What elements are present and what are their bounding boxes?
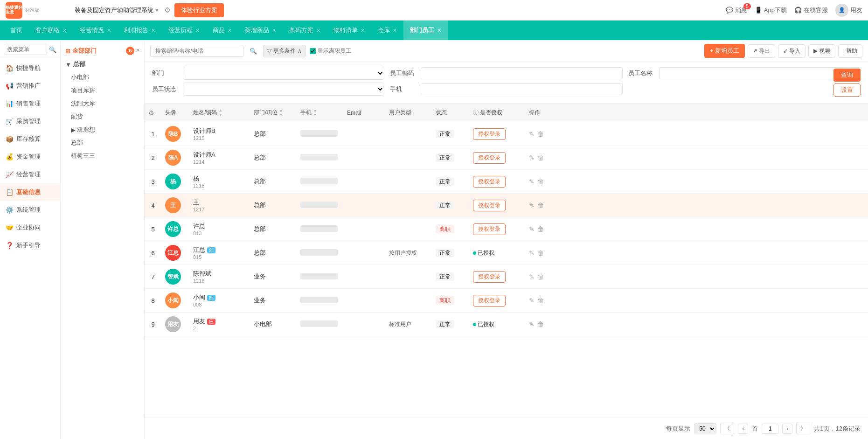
delete-icon[interactable]: 🗑 (537, 273, 544, 280)
close-goods-tab[interactable]: ✕ (228, 28, 232, 34)
close-business-tab[interactable]: ✕ (107, 28, 111, 34)
tab-warehouse[interactable]: 仓库 ✕ (371, 21, 403, 40)
online-service-button[interactable]: 🎧 在线客服 (794, 6, 828, 14)
tab-home[interactable]: 首页 (4, 21, 29, 40)
tree-node-distribution[interactable]: 配货 (61, 110, 144, 123)
emp-status-select[interactable] (183, 83, 384, 96)
th-name-code[interactable]: 姓名/编码▲▼ (189, 104, 250, 122)
table-gear-icon[interactable]: ⚙ (148, 109, 154, 117)
close-history-tab[interactable]: ✕ (195, 28, 200, 34)
auth-login-button[interactable]: 授权登录 (473, 176, 506, 188)
tab-new-goods[interactable]: 新增商品 ✕ (238, 21, 283, 40)
sidebar-item-operations[interactable]: 📈 经营管理 (0, 166, 60, 183)
delete-icon[interactable]: 🗑 (537, 130, 544, 138)
tab-dept-employee[interactable]: 部门员工 ✕ (403, 21, 448, 40)
tab-goods[interactable]: 商品 ✕ (206, 21, 238, 40)
phone-input[interactable] (421, 83, 622, 95)
close-warehouse-tab[interactable]: ✕ (393, 28, 397, 34)
edit-icon[interactable]: ✎ (529, 225, 535, 233)
edit-icon[interactable]: ✎ (529, 249, 535, 257)
import-button[interactable]: ↙ 导入 (778, 44, 806, 58)
delete-icon[interactable]: 🗑 (537, 225, 544, 233)
tab-barcode[interactable]: 条码方案 ✕ (283, 21, 327, 40)
delete-icon[interactable]: 🗑 (537, 154, 544, 161)
th-dept-position[interactable]: 部门/职位▲▼ (250, 104, 297, 122)
sidebar-item-guide[interactable]: ❓ 新手引导 (0, 237, 60, 254)
settings-icon[interactable]: ⚙ (164, 6, 171, 14)
view-button[interactable]: ▶ 视频 (808, 44, 835, 58)
edit-icon[interactable]: ✎ (529, 202, 535, 209)
sidebar-search-box[interactable]: 🔍 (0, 40, 60, 59)
edit-icon[interactable]: ✎ (529, 297, 535, 304)
tree-node-shuanglu[interactable]: ▶ 双鹿想 (61, 123, 144, 136)
employee-search-icon[interactable]: 🔍 (247, 45, 259, 57)
close-new-goods-tab[interactable]: ✕ (272, 28, 276, 34)
tree-node-small-elec[interactable]: 小电部 (61, 71, 144, 84)
search-button[interactable]: 查询 (833, 69, 861, 82)
edit-icon[interactable]: ✎ (529, 154, 535, 161)
th-settings[interactable]: ⚙ (145, 104, 161, 122)
delete-icon[interactable]: 🗑 (537, 202, 544, 209)
last-page-button[interactable]: 》 (796, 423, 810, 434)
sidebar-item-purchase[interactable]: 🛒 采购管理 (0, 112, 60, 130)
edit-icon[interactable]: ✎ (529, 130, 535, 138)
employee-search-input[interactable] (150, 45, 243, 57)
tab-customer[interactable]: 客户联络 ✕ (29, 21, 73, 40)
more-filter-button[interactable]: ▽ 更多条件 ∧ (263, 45, 306, 57)
auth-login-button[interactable]: 授权登录 (473, 223, 506, 235)
show-resigned-input[interactable] (310, 48, 316, 54)
per-page-select[interactable]: 50 (694, 423, 716, 434)
sidebar-item-system[interactable]: ⚙️ 系统管理 (0, 201, 60, 219)
sidebar-item-basic-info[interactable]: 📋 基础信息 (0, 183, 60, 201)
first-page-button[interactable]: 《 (720, 423, 734, 434)
close-customer-tab[interactable]: ✕ (62, 28, 67, 34)
delete-icon[interactable]: 🗑 (537, 297, 544, 304)
settings-filter-button[interactable]: 设置 (833, 84, 861, 97)
auth-login-button[interactable]: 授权登录 (473, 128, 506, 140)
auth-login-button[interactable]: 授权登录 (473, 152, 506, 164)
tree-collapse-toggle[interactable]: « (136, 47, 139, 55)
auth-login-button[interactable]: 授权登录 (473, 295, 506, 307)
tree-node-hq-parent[interactable]: ▼ 总部 (61, 58, 144, 71)
close-dept-tab[interactable]: ✕ (437, 28, 441, 34)
close-bom-tab[interactable]: ✕ (361, 28, 365, 34)
edit-icon[interactable]: ✎ (529, 273, 535, 280)
delete-icon[interactable]: 🗑 (537, 321, 544, 328)
trial-button[interactable]: 体验行业方案 (174, 3, 224, 17)
tree-node-shenyang[interactable]: 沈阳大库 (61, 97, 144, 110)
page-number-input[interactable] (762, 424, 778, 434)
tab-history[interactable]: 经营历程 ✕ (162, 21, 206, 40)
sidebar-search-input[interactable] (4, 44, 47, 55)
sidebar-item-quick-nav[interactable]: 🏠 快捷导航 (0, 59, 60, 77)
dept-filter-select[interactable] (183, 67, 384, 80)
tab-bom[interactable]: 物料清单 ✕ (327, 21, 371, 40)
close-profit-tab[interactable]: ✕ (151, 28, 155, 34)
sidebar-item-marketing[interactable]: 📢 营销推广 (0, 77, 60, 95)
tab-profit[interactable]: 利润报告 ✕ (118, 21, 162, 40)
sidebar-item-sales[interactable]: 📊 销售管理 (0, 95, 60, 112)
tab-business[interactable]: 经营情况 ✕ (73, 21, 118, 40)
edit-icon[interactable]: ✎ (529, 321, 535, 328)
add-employee-button[interactable]: + 新增员工 (704, 44, 745, 58)
message-button[interactable]: 💬 消息 5 (726, 6, 747, 14)
tree-refresh-btn[interactable]: ↻ (126, 47, 134, 55)
prev-page-button[interactable]: ‹ (738, 424, 748, 434)
show-resigned-checkbox[interactable]: 显示离职员工 (310, 47, 351, 55)
sidebar-item-finance[interactable]: 💰 资金管理 (0, 148, 60, 166)
tree-node-plant-king[interactable]: 植树王三 (61, 149, 144, 162)
auth-login-button[interactable]: 授权登录 (473, 200, 506, 211)
tree-node-project-warehouse[interactable]: 项目库房 (61, 84, 144, 97)
tree-node-hq-child[interactable]: 总部 (61, 136, 144, 149)
sidebar-item-inventory[interactable]: 📦 库存核算 (0, 130, 60, 148)
delete-icon[interactable]: 🗑 (537, 178, 544, 185)
export-button[interactable]: ↗ 导出 (748, 44, 775, 58)
sidebar-item-collab[interactable]: 🤝 企业协同 (0, 219, 60, 237)
edit-icon[interactable]: ✎ (529, 178, 535, 185)
delete-icon[interactable]: 🗑 (537, 249, 544, 257)
emp-code-input[interactable] (421, 67, 622, 79)
close-barcode-tab[interactable]: ✕ (316, 28, 320, 34)
app-download-button[interactable]: 📱 App下载 (755, 6, 787, 14)
user-menu[interactable]: 👤 用友 (835, 4, 862, 17)
auth-login-button[interactable]: 授权登录 (473, 271, 506, 283)
next-page-button[interactable]: › (782, 424, 792, 434)
